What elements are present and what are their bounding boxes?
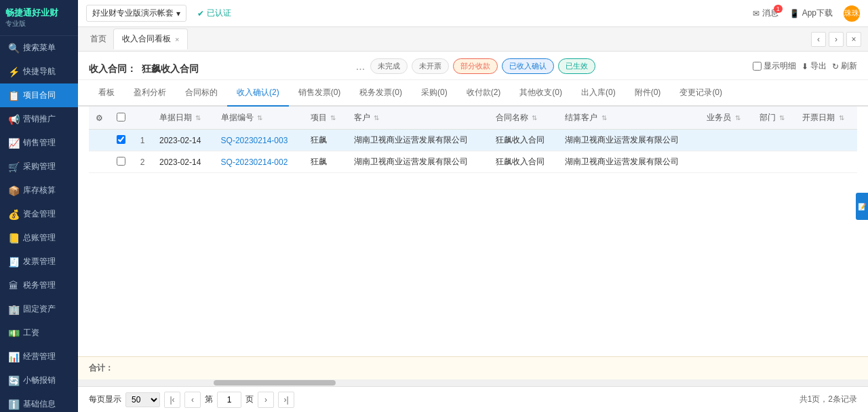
- sidebar-item-资金管理[interactable]: 💰资金管理: [0, 202, 78, 226]
- subtab-采购(0)[interactable]: 采购(0): [412, 80, 457, 107]
- app-download-button[interactable]: 📱 App下载: [789, 7, 833, 19]
- app-logo: 畅捷通好业财 专业版: [0, 0, 78, 36]
- verified-badge: ✔ 已认证: [197, 7, 231, 19]
- nav-icon: 🏛: [8, 280, 19, 291]
- page-input[interactable]: [217, 392, 241, 408]
- col-num: [132, 107, 153, 130]
- subtab-销售发票(0)[interactable]: 销售发票(0): [289, 80, 351, 107]
- row-settings: [89, 130, 110, 151]
- show-detail-checkbox[interactable]: [753, 62, 762, 71]
- scrollbar-thumb[interactable]: [214, 380, 336, 386]
- last-page-button[interactable]: ›|: [278, 392, 294, 408]
- table-row[interactable]: 1 2023-02-14 SQ-20230214-003 狂飙 湖南卫视商业运营…: [89, 130, 857, 151]
- sidebar-item-固定资产[interactable]: 🏢固定资产: [0, 297, 78, 321]
- sidebar-item-小畅报销[interactable]: 🔄小畅报销: [0, 369, 78, 392]
- horizontal-scrollbar[interactable]: [78, 379, 868, 386]
- tab-nav: ‹ › ×: [811, 32, 861, 47]
- topbar: 好业财专业版演示帐套 ▾ ✔ 已认证 ✉ 1 消息 📱 App下载 珠珠: [78, 0, 868, 27]
- sidebar-item-发票管理[interactable]: 🧾发票管理: [0, 250, 78, 274]
- row-department: [753, 130, 796, 151]
- page-size-select[interactable]: 50 20 100: [125, 392, 160, 407]
- row-contract-name: 狂飙收入合同: [489, 130, 558, 151]
- sidebar-item-快捷导航[interactable]: ⚡快捷导航: [0, 60, 78, 83]
- message-button[interactable]: ✉ 1 消息: [753, 7, 778, 19]
- row-checkbox[interactable]: [117, 157, 125, 166]
- pagination: 每页显示 50 20 100 |‹ ‹ 第 页 › ›| 共1页，2条记录: [78, 386, 868, 412]
- subtab-出入库(0)[interactable]: 出入库(0): [572, 80, 625, 107]
- prev-page-button[interactable]: ‹: [184, 392, 201, 408]
- row-checkbox-cell[interactable]: [110, 151, 132, 173]
- order-link[interactable]: SQ-20230214-003: [221, 136, 288, 145]
- nav-icon: 📊: [8, 352, 19, 362]
- subtab-盈利分析[interactable]: 盈利分析: [124, 80, 176, 107]
- subtab-看板[interactable]: 看板: [89, 80, 124, 107]
- row-order-no[interactable]: SQ-20230214-002: [214, 151, 304, 173]
- verified-text: 已认证: [207, 7, 231, 19]
- export-button[interactable]: ⬇ 导出: [802, 60, 827, 72]
- tab-close-button[interactable]: ×: [846, 32, 861, 47]
- row-checkbox[interactable]: [117, 135, 125, 144]
- col-invoice-date: 开票日期 ⇅: [795, 107, 857, 130]
- first-page-button[interactable]: |‹: [164, 392, 180, 408]
- table-container[interactable]: ⚙ 单据日期 ⇅ 单据编号 ⇅ 项目 ⇅ 客户 ⇅ 合同名称 ⇅ 结算客户 ⇅ …: [78, 107, 868, 356]
- sidebar-item-项目合同[interactable]: 📋项目合同: [0, 83, 78, 107]
- sidebar-item-税务管理[interactable]: 🏛税务管理: [0, 274, 78, 297]
- home-tab[interactable]: 首页: [85, 29, 112, 49]
- table-header-row: ⚙ 单据日期 ⇅ 单据编号 ⇅ 项目 ⇅ 客户 ⇅ 合同名称 ⇅ 结算客户 ⇅ …: [89, 107, 857, 130]
- status-btn-已收入确认[interactable]: 已收入确认: [502, 58, 554, 74]
- nav-icon: ℹ️: [8, 399, 19, 410]
- select-all-checkbox[interactable]: [117, 113, 125, 121]
- active-tab[interactable]: 收入合同看板 ×: [113, 29, 188, 50]
- status-btn-未完成[interactable]: 未完成: [370, 58, 408, 74]
- subtab-附件(0)[interactable]: 附件(0): [625, 80, 671, 107]
- col-order-no: 单据编号 ⇅: [214, 107, 304, 130]
- subtab-收入确认(2)[interactable]: 收入确认(2): [227, 80, 289, 107]
- sidebar-item-营销推广[interactable]: 📢营销推广: [0, 107, 78, 131]
- sidebar-item-搜索菜单[interactable]: 🔍搜索菜单: [0, 36, 78, 60]
- content-area: 收入合同： 狂飙收入合同 ··· 未完成未开票部分收款已收入确认已生效 显示明细…: [78, 52, 868, 412]
- col-checkbox: [110, 107, 132, 130]
- row-checkbox-cell[interactable]: [110, 130, 132, 151]
- side-note-icon[interactable]: 📝: [856, 193, 868, 220]
- row-order-no[interactable]: SQ-20230214-003: [214, 130, 304, 151]
- nav-label: 税务管理: [23, 280, 56, 291]
- company-selector[interactable]: 好业财专业版演示帐套 ▾: [86, 5, 186, 22]
- refresh-button[interactable]: ↻ 刷新: [832, 60, 857, 72]
- message-icon: ✉: [753, 9, 760, 18]
- table-row[interactable]: 2 2023-02-14 SQ-20230214-002 狂飙 湖南卫视商业运营…: [89, 151, 857, 173]
- sidebar-item-经营管理[interactable]: 📊经营管理: [0, 345, 78, 369]
- status-btn-未开票[interactable]: 未开票: [412, 58, 449, 74]
- row-salesperson: [700, 151, 752, 173]
- col-settings: ⚙: [89, 107, 110, 130]
- nav-icon: 📒: [8, 233, 19, 244]
- subtab-变更记录(0)[interactable]: 变更记录(0): [670, 80, 732, 107]
- row-contract-name: 狂飙收入合同: [489, 151, 558, 173]
- tab-close-icon[interactable]: ×: [175, 35, 179, 43]
- tab-next-button[interactable]: ›: [829, 32, 844, 47]
- more-icon[interactable]: ···: [356, 63, 365, 75]
- col-department: 部门 ⇅: [753, 107, 796, 130]
- sidebar-item-总账管理[interactable]: 📒总账管理: [0, 226, 78, 250]
- subtab-收付款(2)[interactable]: 收付款(2): [457, 80, 511, 107]
- sidebar-item-工资[interactable]: 💵工资: [0, 321, 78, 345]
- sidebar-item-销售管理[interactable]: 📈销售管理: [0, 131, 78, 155]
- sidebar-item-库存核算[interactable]: 📦库存核算: [0, 179, 78, 202]
- order-link[interactable]: SQ-20230214-002: [221, 157, 288, 167]
- col-customer: 客户 ⇅: [347, 107, 489, 130]
- status-btn-部分收款[interactable]: 部分收款: [453, 58, 498, 74]
- sidebar-item-采购管理[interactable]: 🛒采购管理: [0, 155, 78, 179]
- records-table: ⚙ 单据日期 ⇅ 单据编号 ⇅ 项目 ⇅ 客户 ⇅ 合同名称 ⇅ 结算客户 ⇅ …: [89, 107, 857, 173]
- total-label: 合计：: [89, 363, 113, 373]
- subtab-税务发票(0)[interactable]: 税务发票(0): [350, 80, 412, 107]
- nav-label: 快捷导航: [23, 66, 56, 77]
- tab-prev-button[interactable]: ‹: [811, 32, 826, 47]
- user-avatar-area[interactable]: 珠珠: [844, 5, 860, 22]
- sidebar-item-基础信息[interactable]: ℹ️基础信息: [0, 392, 78, 412]
- show-detail-label[interactable]: 显示明细: [753, 60, 796, 72]
- nav-label: 库存核算: [23, 185, 56, 196]
- subtab-合同标的[interactable]: 合同标的: [176, 80, 227, 107]
- subtab-其他收支(0)[interactable]: 其他收支(0): [510, 80, 572, 107]
- status-btn-已生效[interactable]: 已生效: [558, 58, 595, 74]
- table-footer: 合计：: [78, 356, 868, 379]
- next-page-button[interactable]: ›: [258, 392, 274, 408]
